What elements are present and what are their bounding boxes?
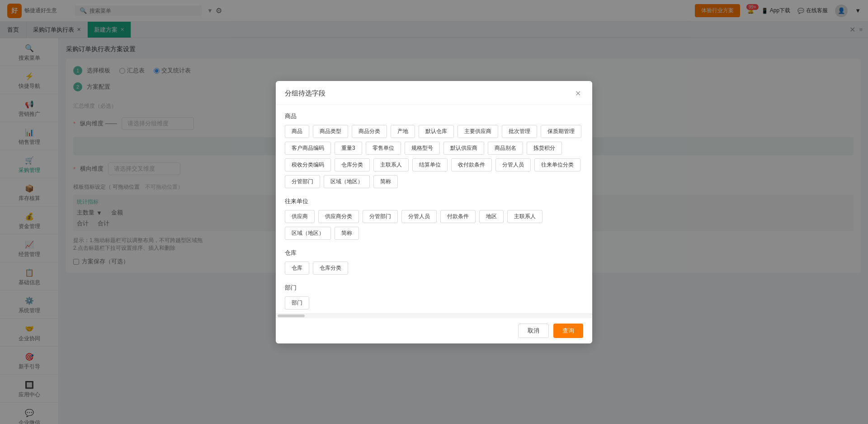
modal-footer: 取消 查询 xyxy=(276,318,592,343)
field-tag-settlement-unit[interactable]: 结算单位 xyxy=(412,158,448,172)
modal-header: 分组待选字段 ✕ xyxy=(276,81,592,105)
section-warehouse-title: 仓库 xyxy=(285,249,583,257)
modal-body: 商品 商品 商品类型 商品分类 产地 默认仓库 主要供应商 批次管理 保质期管理… xyxy=(276,105,592,314)
section-department-tags: 部门 xyxy=(285,296,583,310)
field-tag-area[interactable]: 地区 xyxy=(479,210,504,223)
field-tag-payment-cond[interactable]: 付款条件 xyxy=(440,210,476,223)
field-tag-goods-type[interactable]: 商品类型 xyxy=(313,125,348,138)
field-tag-counterpart-supervisor[interactable]: 分管人员 xyxy=(401,210,437,223)
section-warehouse: 仓库 仓库 仓库分类 xyxy=(285,249,583,275)
section-warehouse-tags: 仓库 仓库分类 xyxy=(285,262,583,275)
field-tag-supplier[interactable]: 供应商 xyxy=(285,210,315,223)
field-tag-payment-terms[interactable]: 收付款条件 xyxy=(451,158,492,172)
field-tag-default-supplier[interactable]: 默认供应商 xyxy=(443,142,484,155)
section-goods-tags: 商品 商品类型 商品分类 产地 默认仓库 主要供应商 批次管理 保质期管理 客户… xyxy=(285,125,583,188)
field-tag-default-warehouse[interactable]: 默认仓库 xyxy=(419,125,454,138)
field-tag-department[interactable]: 部门 xyxy=(285,296,309,310)
section-department-title: 部门 xyxy=(285,284,583,292)
field-tag-region2[interactable]: 区域（地区） xyxy=(285,227,331,240)
field-tag-counterpart-category[interactable]: 往来单位分类 xyxy=(534,158,580,172)
field-tag-spec-model[interactable]: 规格型号 xyxy=(405,142,440,155)
section-counterpart-title: 往来单位 xyxy=(285,197,583,205)
field-tag-goods[interactable]: 商品 xyxy=(285,125,309,138)
field-tag-counterpart-dept[interactable]: 分管部门 xyxy=(363,210,398,223)
field-tag-origin[interactable]: 产地 xyxy=(391,125,415,138)
modal-overlay: 分组待选字段 ✕ 商品 商品 商品类型 商品分类 产地 默认仓库 主要供应商 批… xyxy=(0,0,868,424)
field-tag-tax-code[interactable]: 税收分类编码 xyxy=(285,158,331,172)
field-tag-warehouse[interactable]: 仓库 xyxy=(285,262,309,275)
field-tag-region[interactable]: 区域（地区） xyxy=(324,175,370,188)
field-tag-pick-points[interactable]: 拣货积分 xyxy=(527,142,562,155)
section-department: 部门 部门 xyxy=(285,284,583,310)
field-tag-weight3[interactable]: 重量3 xyxy=(335,142,362,155)
field-tag-main-supplier[interactable]: 主要供应商 xyxy=(458,125,498,138)
field-tag-goods-alias[interactable]: 商品别名 xyxy=(488,142,523,155)
field-tag-short-name2[interactable]: 简称 xyxy=(335,227,359,240)
field-tag-shelf-life[interactable]: 保质期管理 xyxy=(541,125,581,138)
field-tag-short-name[interactable]: 简称 xyxy=(373,175,398,188)
field-tag-supervisor[interactable]: 分管人员 xyxy=(495,158,531,172)
modal-title: 分组待选字段 xyxy=(285,89,326,98)
section-goods-title: 商品 xyxy=(285,112,583,120)
section-counterpart: 往来单位 供应商 供应商分类 分管部门 分管人员 付款条件 地区 主联系人 区域… xyxy=(285,197,583,240)
field-tag-batch-mgmt[interactable]: 批次管理 xyxy=(502,125,537,138)
field-tag-retail-unit[interactable]: 零售单位 xyxy=(366,142,401,155)
field-tag-main-contact[interactable]: 主联系人 xyxy=(373,158,409,172)
field-tag-customer-code[interactable]: 客户商品编码 xyxy=(285,142,331,155)
cancel-button[interactable]: 取消 xyxy=(518,324,549,338)
modal-hscrollbar-thumb xyxy=(278,314,305,317)
modal-close-button[interactable]: ✕ xyxy=(572,88,583,99)
field-select-modal: 分组待选字段 ✕ 商品 商品 商品类型 商品分类 产地 默认仓库 主要供应商 批… xyxy=(276,81,592,343)
section-goods: 商品 商品 商品类型 商品分类 产地 默认仓库 主要供应商 批次管理 保质期管理… xyxy=(285,112,583,188)
field-tag-dept[interactable]: 分管部门 xyxy=(285,175,320,188)
modal-hscrollbar[interactable] xyxy=(276,314,592,317)
confirm-button[interactable]: 查询 xyxy=(553,324,583,338)
section-counterpart-tags: 供应商 供应商分类 分管部门 分管人员 付款条件 地区 主联系人 区域（地区） … xyxy=(285,210,583,240)
field-tag-main-contact2[interactable]: 主联系人 xyxy=(507,210,542,223)
field-tag-warehouse-category[interactable]: 仓库分类 xyxy=(335,158,370,172)
field-tag-supplier-category[interactable]: 供应商分类 xyxy=(318,210,359,223)
field-tag-warehouse-cat[interactable]: 仓库分类 xyxy=(313,262,348,275)
field-tag-goods-category[interactable]: 商品分类 xyxy=(352,125,387,138)
